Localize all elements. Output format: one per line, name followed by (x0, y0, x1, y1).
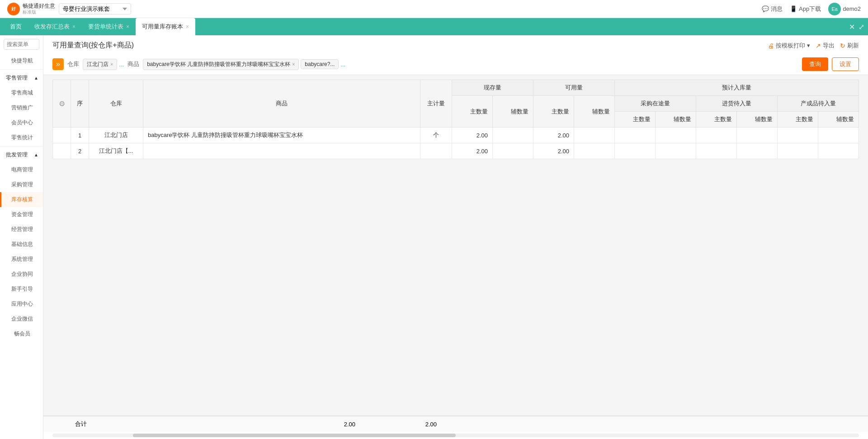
filter-expand-btn[interactable]: » (52, 58, 64, 70)
sidebar-item-wholesale-mgmt[interactable]: 批发管理 ▲ (0, 147, 43, 162)
sidebar-item-basic-info[interactable]: 基础信息 (0, 237, 43, 252)
print-dropdown-icon: ▾ (807, 42, 810, 49)
content-area: 可用量查询(按仓库+商品) 🖨 按模板打印 ▾ ↗ 导出 ↻ 刷新 » (43, 35, 868, 439)
tab-order-stats[interactable]: 要货单统计表 × (82, 18, 136, 35)
search-input[interactable] (4, 39, 39, 50)
refresh-icon: ↻ (840, 42, 845, 49)
sidebar-item-enterprise-wechat[interactable]: 企业微信 (0, 312, 43, 326)
sidebar-item-enterprise-collab-label: 企业协同 (11, 270, 33, 278)
warehouse-filter-label: 仓库 (67, 60, 79, 68)
sidebar-item-retail-mall[interactable]: 零售商城 (0, 85, 43, 100)
col-header-current-stock-group: 现存量 (452, 80, 533, 96)
warehouse-more-btn[interactable]: ... (119, 61, 124, 68)
product-tag-1-close[interactable]: × (292, 61, 295, 67)
cell-product (143, 143, 420, 159)
setting-btn[interactable]: 设置 (832, 57, 859, 71)
cell-inbound-pending-main (696, 127, 737, 143)
table-row: 2 江北门店【... 2.00 2.00 (53, 143, 859, 159)
scrollbar-thumb[interactable] (133, 434, 456, 437)
sidebar-item-purchase-label: 采购管理 (11, 181, 33, 189)
sidebar-item-ecommerce[interactable]: 电商管理 (0, 162, 43, 177)
warehouse-tag-close[interactable]: × (110, 61, 113, 67)
tab-home[interactable]: 首页 (4, 18, 28, 35)
sidebar-item-app-center[interactable]: 应用中心 (0, 297, 43, 312)
filter-row: » 仓库 江北门店 × ... 商品 babycare学饮杯 儿童防摔防撞吸管杯… (43, 54, 868, 75)
sidebar-item-chang-member[interactable]: 畅会员 (0, 326, 43, 341)
nav-tabs: 首页 收发存汇总表 × 要货单统计表 × 可用量库存账本 × ✕ ⤢ (0, 18, 868, 35)
col-header-planned-inbound-group: 预计入库量 (615, 80, 859, 96)
sidebar-item-finance-label: 资金管理 (11, 211, 33, 218)
cell-purchase-transit-main (615, 143, 656, 159)
sidebar-item-guide[interactable]: 新手引导 (0, 282, 43, 297)
sidebar-item-marketing-label: 营销推广 (11, 104, 33, 112)
cell-current-main: 2.00 (452, 127, 493, 143)
sidebar-item-retail-stats-label: 零售统计 (11, 134, 33, 142)
sidebar-item-retail-mgmt[interactable]: 零售管理 ▲ (0, 71, 43, 85)
user-info[interactable]: Ea demo2 (828, 3, 861, 15)
sidebar-item-member-center[interactable]: 会员中心 (0, 115, 43, 130)
tab-order-stats-close[interactable]: × (126, 24, 129, 30)
sidebar: 快捷导航 零售管理 ▲ 零售商城 营销推广 会员中心 零售统计 批发管理 ▲ 电… (0, 35, 43, 439)
footer-available-main: 2.00 (396, 421, 437, 428)
tab-receive-summary-close[interactable]: × (72, 24, 75, 30)
tab-available-stock-close[interactable]: × (186, 24, 189, 30)
footer-current-main: 2.00 (315, 421, 355, 428)
table-container: ⚙ 序 仓库 商品 主计量 现存量 可用量 预计入库量 主数量 辅数量 主数量 (43, 75, 868, 415)
close-window-btn[interactable]: ✕ (849, 23, 855, 31)
nav-tab-end: ✕ ⤢ (849, 18, 864, 35)
table-body: 1 江北门店 babycare学饮杯 儿童防摔防撞吸管杯重力球吸嘴杯宝宝水杯 个… (53, 127, 859, 159)
tab-receive-summary[interactable]: 收发存汇总表 × (28, 18, 82, 35)
sidebar-item-enterprise-collab[interactable]: 企业协同 (0, 267, 43, 282)
table-footer: 合计 2.00 2.00 (43, 415, 868, 432)
col-header-product: 商品 (143, 80, 420, 127)
col-header-available-group: 可用量 (533, 80, 615, 96)
sidebar-item-basic-info-label: 基础信息 (11, 241, 33, 248)
product-filter-tags: babycare学饮杯 儿童防摔防撞吸管杯重力球吸嘴杯宝宝水杯 × babyca… (143, 59, 345, 70)
table-row: 1 江北门店 babycare学饮杯 儿童防摔防撞吸管杯重力球吸嘴杯宝宝水杯 个… (53, 127, 859, 143)
cell-inbound-pending-main (696, 143, 737, 159)
tab-available-stock[interactable]: 可用量库存账本 × (136, 18, 195, 35)
scrollbar-area (43, 432, 868, 439)
cell-gear (53, 143, 71, 159)
sidebar-item-quick-nav-label: 快捷导航 (11, 57, 33, 65)
col-header-available-sub: 辅数量 (574, 96, 615, 127)
page-header: 可用量查询(按仓库+商品) 🖨 按模板打印 ▾ ↗ 导出 ↻ 刷新 (43, 35, 868, 54)
avatar: Ea (828, 3, 841, 15)
print-btn[interactable]: 🖨 按模板打印 ▾ (768, 42, 810, 50)
tab-available-stock-label: 可用量库存账本 (142, 23, 183, 31)
cell-seq: 1 (71, 127, 89, 143)
tab-order-stats-label: 要货单统计表 (88, 23, 123, 31)
industry-select[interactable]: 母婴行业演示账套 (59, 3, 131, 14)
refresh-btn[interactable]: ↻ 刷新 (840, 42, 859, 50)
col-header-inbound-pending-main: 主数量 (696, 112, 737, 127)
sidebar-item-marketing[interactable]: 营销推广 (0, 100, 43, 115)
sidebar-item-wholesale-mgmt-label: 批发管理 (6, 151, 28, 159)
sidebar-item-inventory[interactable]: 库存核算 (0, 192, 43, 207)
cell-available-sub (574, 143, 615, 159)
cell-seq: 2 (71, 143, 89, 159)
cell-current-sub (493, 127, 533, 143)
col-header-purchase-transit-main: 主数量 (615, 112, 656, 127)
sidebar-item-finance[interactable]: 资金管理 (0, 207, 43, 222)
sidebar-item-operations[interactable]: 经营管理 (0, 222, 43, 237)
sidebar-item-purchase[interactable]: 采购管理 (0, 177, 43, 192)
product-more-btn[interactable]: ... (340, 61, 345, 68)
col-header-gear: ⚙ (53, 80, 71, 127)
message-btn[interactable]: 💬 消息 (762, 5, 783, 13)
gear-icon[interactable]: ⚙ (59, 100, 65, 108)
maximize-window-btn[interactable]: ⤢ (859, 23, 864, 31)
cell-purchase-transit-sub (656, 127, 696, 143)
product-filter-label: 商品 (127, 60, 139, 68)
query-btn[interactable]: 查询 (802, 57, 828, 71)
col-header-unit: 主计量 (420, 80, 452, 127)
cell-available-sub (574, 127, 615, 143)
sidebar-item-system[interactable]: 系统管理 (0, 252, 43, 267)
warehouse-tag: 江北门店 × (83, 59, 117, 70)
cell-gear (53, 127, 71, 143)
sidebar-item-app-center-label: 应用中心 (11, 300, 33, 308)
sidebar-item-quick-nav[interactable]: 快捷导航 (0, 53, 43, 68)
sidebar-item-retail-stats[interactable]: 零售统计 (0, 130, 43, 145)
print-icon: 🖨 (768, 42, 774, 49)
app-download-btn[interactable]: 📱 App下载 (790, 5, 821, 13)
export-btn[interactable]: ↗ 导出 (816, 42, 835, 50)
